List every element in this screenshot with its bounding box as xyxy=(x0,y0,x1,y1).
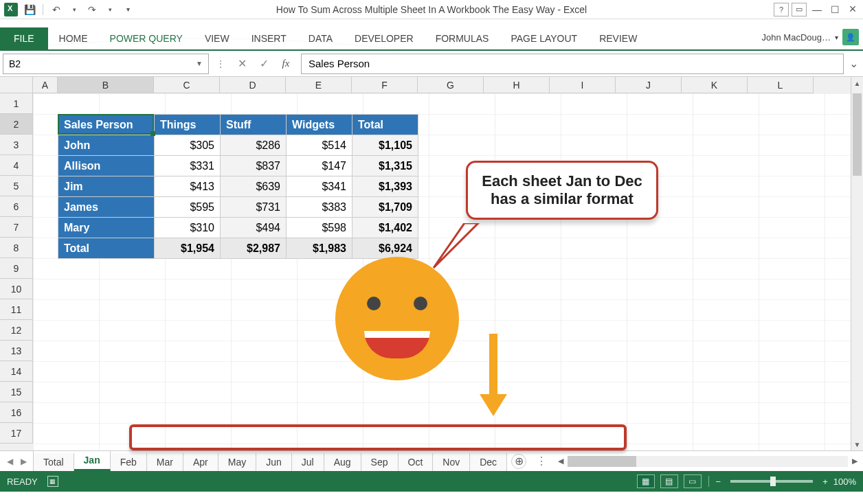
name-box-dropdown-icon[interactable]: ▼ xyxy=(196,60,203,67)
select-all-corner[interactable] xyxy=(0,77,33,93)
column-header-B[interactable]: B xyxy=(58,77,154,93)
view-page-break-icon[interactable]: ▭ xyxy=(684,474,702,488)
hscroll-track[interactable] xyxy=(568,456,848,467)
vertical-scrollbar[interactable]: ▲ ▼ xyxy=(851,77,863,450)
sheet-nav-next-icon[interactable]: ▶ xyxy=(18,456,29,467)
hscroll-left-icon[interactable]: ◀ xyxy=(555,457,566,466)
horizontal-scrollbar[interactable]: ◀ ▶ xyxy=(552,451,863,471)
column-header-F[interactable]: F xyxy=(352,77,418,93)
view-page-layout-icon[interactable]: ▤ xyxy=(660,474,678,488)
zoom-slider[interactable] xyxy=(730,480,813,483)
redo-dropdown-icon[interactable]: ▾ xyxy=(104,3,116,16)
hscroll-thumb[interactable] xyxy=(568,456,636,467)
name-box[interactable]: B2 ▼ xyxy=(3,54,209,74)
cancel-icon[interactable]: ✕ xyxy=(232,54,251,73)
row-header-9[interactable]: 9 xyxy=(0,258,33,279)
sheet-tab-jan[interactable]: Jan xyxy=(74,451,111,471)
row-header-2[interactable]: 2 xyxy=(0,114,33,135)
vscroll-thumb[interactable] xyxy=(853,93,862,176)
svg-marker-0 xyxy=(434,223,478,268)
column-header-C[interactable]: C xyxy=(154,77,220,93)
sheet-tab-sep[interactable]: Sep xyxy=(361,453,399,471)
sheet-tab-aug[interactable]: Aug xyxy=(324,453,361,471)
ribbon-tab-insert[interactable]: INSERT xyxy=(240,27,298,49)
column-header-H[interactable]: H xyxy=(484,77,550,93)
zoom-out-button[interactable]: − xyxy=(716,477,721,487)
qat-customize-icon[interactable]: ▾ xyxy=(122,3,134,16)
cells[interactable]: Sales PersonThingsStuffWidgetsTotalJohn$… xyxy=(33,93,851,450)
qat-separator xyxy=(43,4,43,15)
scroll-down-icon[interactable]: ▼ xyxy=(851,438,863,450)
row-header-16[interactable]: 16 xyxy=(0,402,33,423)
sheet-tab-jul[interactable]: Jul xyxy=(292,453,324,471)
sheet-tab-feb[interactable]: Feb xyxy=(111,453,147,471)
sheet-nav-prev-icon[interactable]: ◀ xyxy=(4,456,15,467)
sheet-tab-mar[interactable]: Mar xyxy=(147,453,183,471)
row-header-7[interactable]: 7 xyxy=(0,217,33,238)
close-button[interactable]: × xyxy=(845,3,860,16)
tab-scroll-split[interactable]: ⋮ xyxy=(530,455,552,468)
avatar[interactable]: 👤 xyxy=(842,29,859,45)
row-header-6[interactable]: 6 xyxy=(0,196,33,217)
smiley-face-graphic xyxy=(335,257,459,380)
row-header-13[interactable]: 13 xyxy=(0,341,33,361)
file-tab[interactable]: FILE xyxy=(0,27,48,49)
row-header-14[interactable]: 14 xyxy=(0,361,33,382)
formula-bar-grip[interactable]: ⋮ xyxy=(212,58,229,69)
ribbon-tab-view[interactable]: VIEW xyxy=(194,27,240,49)
sheet-tab-oct[interactable]: Oct xyxy=(399,453,434,471)
sheet-tab-may[interactable]: May xyxy=(218,453,256,471)
sheet-tab-dec[interactable]: Dec xyxy=(470,453,507,471)
zoom-in-button[interactable]: + xyxy=(822,477,828,487)
macro-record-icon[interactable]: ▦ xyxy=(47,476,58,487)
account-area[interactable]: John MacDoug… ▾ 👤 xyxy=(762,29,859,45)
scroll-up-icon[interactable]: ▲ xyxy=(851,77,863,89)
row-header-11[interactable]: 11 xyxy=(0,299,33,320)
redo-icon[interactable]: ↷ xyxy=(86,3,98,16)
fx-icon[interactable]: fx xyxy=(276,54,295,73)
account-dropdown-icon[interactable]: ▾ xyxy=(835,34,838,41)
ribbon-tab-power-query[interactable]: POWER QUERY xyxy=(99,27,194,49)
row-header-17[interactable]: 17 xyxy=(0,423,33,444)
column-header-A[interactable]: A xyxy=(33,77,58,93)
column-header-I[interactable]: I xyxy=(550,77,616,93)
column-header-G[interactable]: G xyxy=(418,77,484,93)
maximize-button[interactable]: ☐ xyxy=(827,3,842,16)
row-header-8[interactable]: 8 xyxy=(0,238,33,258)
column-header-K[interactable]: K xyxy=(682,77,748,93)
undo-dropdown-icon[interactable]: ▾ xyxy=(68,3,80,16)
sheet-tab-apr[interactable]: Apr xyxy=(183,453,218,471)
ribbon-tab-page-layout[interactable]: PAGE LAYOUT xyxy=(500,27,588,49)
formula-expand-icon[interactable]: ⌄ xyxy=(847,57,860,70)
row-header-10[interactable]: 10 xyxy=(0,279,33,299)
row-header-1[interactable]: 1 xyxy=(0,93,33,114)
ribbon-tab-home[interactable]: HOME xyxy=(48,27,99,49)
ribbon-tab-review[interactable]: REVIEW xyxy=(588,27,648,49)
sheet-tab-total[interactable]: Total xyxy=(34,453,74,471)
sheet-tab-nov[interactable]: Nov xyxy=(433,453,470,471)
column-header-D[interactable]: D xyxy=(220,77,286,93)
row-header-12[interactable]: 12 xyxy=(0,320,33,341)
row-header-4[interactable]: 4 xyxy=(0,155,33,176)
sheet-tab-jun[interactable]: Jun xyxy=(256,453,292,471)
column-header-E[interactable]: E xyxy=(286,77,352,93)
ribbon-tab-formulas[interactable]: FORMULAS xyxy=(425,27,500,49)
zoom-slider-knob[interactable] xyxy=(770,477,776,486)
column-header-J[interactable]: J xyxy=(616,77,682,93)
save-icon[interactable]: 💾 xyxy=(23,3,36,16)
enter-icon[interactable]: ✓ xyxy=(254,54,273,73)
row-header-15[interactable]: 15 xyxy=(0,382,33,402)
hscroll-right-icon[interactable]: ▶ xyxy=(849,457,860,466)
ribbon-tab-developer[interactable]: DEVELOPER xyxy=(344,27,425,49)
formula-input[interactable]: Sales Person xyxy=(301,54,844,74)
view-normal-icon[interactable]: ▦ xyxy=(637,474,655,488)
column-header-L[interactable]: L xyxy=(748,77,814,93)
undo-icon[interactable]: ↶ xyxy=(50,3,63,16)
ribbon-tab-data[interactable]: DATA xyxy=(298,27,344,49)
row-header-3[interactable]: 3 xyxy=(0,135,33,155)
ribbon-options-button[interactable]: ▭ xyxy=(792,3,807,16)
help-button[interactable]: ? xyxy=(774,3,789,16)
row-header-5[interactable]: 5 xyxy=(0,176,33,196)
new-sheet-button[interactable]: ⊕ xyxy=(511,454,526,469)
minimize-button[interactable]: — xyxy=(809,3,825,16)
